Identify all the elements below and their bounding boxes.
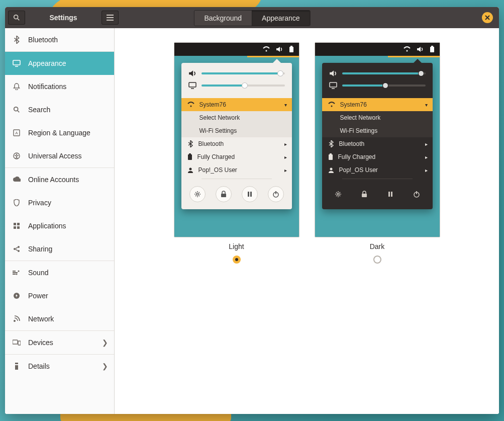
sidebar-item-bluetooth[interactable]: Bluetooth bbox=[5, 28, 114, 51]
close-button[interactable] bbox=[482, 12, 493, 23]
preview-battery-row: Fully Charged▸ bbox=[322, 150, 433, 163]
theme-radio-light[interactable] bbox=[233, 256, 241, 264]
svg-rect-21 bbox=[18, 341, 21, 345]
hamburger-button[interactable] bbox=[102, 11, 119, 25]
theme-radio-dark[interactable] bbox=[373, 256, 381, 264]
sidebar-item-label: Devices bbox=[28, 339, 53, 347]
preview-volume-slider bbox=[188, 70, 285, 77]
preview-divider bbox=[342, 179, 413, 179]
svg-point-8 bbox=[16, 154, 18, 155]
tab-appearance[interactable]: Appearance bbox=[252, 11, 310, 26]
preview-wifi-ssid: System76 bbox=[199, 101, 226, 108]
sidebar-item-label: Power bbox=[28, 292, 48, 300]
preview-wifi-settings: Wi-Fi Settings bbox=[181, 124, 292, 137]
preview-volume-slider bbox=[329, 70, 426, 77]
sidebar-item-region-language[interactable]: ARegion & Language bbox=[5, 121, 114, 144]
lock-icon bbox=[221, 191, 227, 198]
svg-rect-22 bbox=[15, 363, 18, 364]
preview-user-row: Pop!_OS User▸ bbox=[181, 163, 292, 177]
hamburger-icon bbox=[107, 15, 114, 21]
wifi-icon bbox=[263, 46, 270, 52]
settings-action bbox=[330, 186, 346, 202]
sidebar-item-privacy[interactable]: Privacy bbox=[5, 191, 114, 214]
volume-icon bbox=[329, 70, 337, 77]
svg-rect-9 bbox=[14, 223, 16, 225]
svg-rect-47 bbox=[362, 194, 367, 197]
sidebar-item-search[interactable]: Search bbox=[5, 98, 114, 121]
chevron-right-icon: ▸ bbox=[284, 167, 287, 173]
lock-action bbox=[216, 186, 232, 202]
sidebar-item-label: Region & Language bbox=[28, 129, 90, 137]
preview-battery-row: Fully Charged▸ bbox=[181, 150, 292, 163]
power-icon bbox=[413, 191, 420, 198]
volume-icon bbox=[276, 46, 283, 52]
svg-point-28 bbox=[190, 106, 191, 107]
window-title: Settings bbox=[28, 14, 98, 22]
sidebar-item-devices[interactable]: Devices❯ bbox=[5, 331, 114, 354]
svg-line-4 bbox=[18, 111, 20, 113]
svg-point-17 bbox=[16, 273, 17, 275]
close-icon bbox=[485, 15, 490, 20]
sidebar-item-applications[interactable]: Applications bbox=[5, 214, 114, 237]
preview-brightness-slider bbox=[188, 82, 285, 89]
bluetooth-icon bbox=[12, 35, 21, 44]
svg-point-31 bbox=[189, 168, 191, 171]
wifi-icon bbox=[328, 102, 335, 108]
volume-icon bbox=[188, 70, 196, 77]
suspend-action bbox=[242, 186, 258, 202]
search-button[interactable] bbox=[8, 11, 25, 25]
preview-bluetooth-row: Bluetooth▸ bbox=[181, 137, 292, 150]
share-icon bbox=[12, 244, 21, 254]
theme-label-light: Light bbox=[229, 242, 244, 250]
sidebar-item-details[interactable]: Details❯ bbox=[5, 355, 114, 378]
tab-background[interactable]: Background bbox=[194, 11, 252, 26]
preview-user-row: Pop!_OS User▸ bbox=[322, 163, 433, 177]
header-bar: Settings Background Appearance bbox=[5, 7, 499, 28]
sidebar: BluetoothAppearanceNotificationsSearchAR… bbox=[5, 28, 115, 414]
chevron-right-icon: ▸ bbox=[284, 154, 287, 160]
preview-select-network: Select Network bbox=[322, 111, 433, 124]
preview-topbar bbox=[174, 43, 299, 56]
svg-rect-20 bbox=[13, 340, 18, 344]
sidebar-item-notifications[interactable]: Notifications bbox=[5, 75, 114, 98]
sidebar-item-sound[interactable]: Sound bbox=[5, 261, 114, 284]
sidebar-item-universal-access[interactable]: Universal Access bbox=[5, 144, 114, 167]
sidebar-item-sharing[interactable]: Sharing bbox=[5, 237, 114, 261]
sidebar-item-network[interactable]: Network bbox=[5, 307, 114, 330]
preview-actions bbox=[322, 181, 433, 209]
power-icon bbox=[272, 191, 279, 198]
network-icon bbox=[12, 314, 21, 323]
svg-rect-41 bbox=[330, 82, 337, 87]
sidebar-item-power[interactable]: Power bbox=[5, 284, 114, 307]
theme-preview-light[interactable]: System76 ▾ Select Network Wi-Fi Settings… bbox=[174, 42, 299, 237]
battery-icon bbox=[289, 46, 294, 53]
theme-preview-dark[interactable]: System76 ▾ Select Network Wi-Fi Settings… bbox=[315, 42, 440, 237]
sidebar-item-label: Applications bbox=[28, 222, 66, 230]
theme-label-dark: Dark bbox=[370, 242, 385, 250]
svg-rect-27 bbox=[189, 82, 196, 87]
sidebar-item-label: Details bbox=[28, 362, 50, 370]
bluetooth-icon bbox=[328, 140, 334, 147]
user-icon bbox=[187, 167, 193, 173]
preview-wifi-row: System76 ▾ bbox=[181, 98, 292, 111]
preview-wifi-ssid: System76 bbox=[340, 101, 367, 108]
svg-point-0 bbox=[14, 15, 18, 19]
sidebar-item-label: Network bbox=[28, 315, 54, 323]
battery-icon bbox=[187, 153, 192, 160]
sidebar-item-online-accounts[interactable]: Online Accounts bbox=[5, 168, 114, 191]
preview-wifi-settings: Wi-Fi Settings bbox=[322, 124, 433, 137]
theme-option-light: System76 ▾ Select Network Wi-Fi Settings… bbox=[174, 42, 299, 264]
preview-wifi-row: System76 ▾ bbox=[322, 98, 433, 111]
chevron-right-icon: ▸ bbox=[425, 154, 428, 160]
devices-icon bbox=[12, 338, 21, 347]
chevron-right-icon: ▸ bbox=[284, 141, 287, 147]
sidebar-item-label: Privacy bbox=[28, 199, 51, 207]
sidebar-item-label: Online Accounts bbox=[28, 176, 79, 184]
preview-select-network: Select Network bbox=[181, 111, 292, 124]
display-icon bbox=[329, 82, 337, 89]
shield-icon bbox=[12, 198, 21, 207]
sidebar-item-label: Bluetooth bbox=[28, 36, 58, 44]
sidebar-item-appearance[interactable]: Appearance bbox=[5, 52, 114, 75]
svg-rect-34 bbox=[248, 192, 249, 197]
preview-topbar bbox=[315, 43, 440, 56]
